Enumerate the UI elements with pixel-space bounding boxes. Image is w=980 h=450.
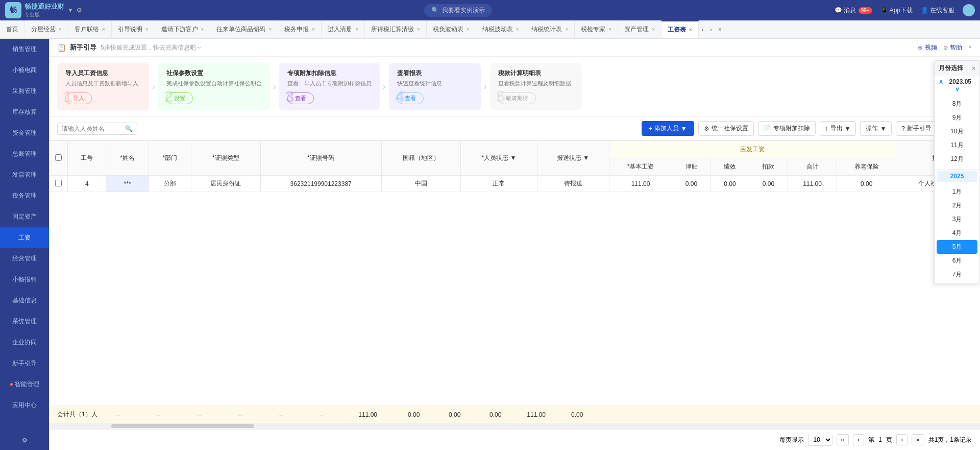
- month-panel-close[interactable]: ×: [972, 65, 975, 72]
- select-all-checkbox[interactable]: [55, 154, 62, 161]
- tab-进入清册[interactable]: 进入清册 ×: [322, 20, 365, 38]
- sidebar-item-总账管理[interactable]: 总账管理: [0, 144, 49, 164]
- tab-资产管理[interactable]: 资产管理 ×: [618, 20, 662, 38]
- sidebar-item-基础信息[interactable]: 基础信息: [0, 290, 49, 311]
- month-9[interactable]: 9月: [935, 111, 979, 125]
- prev-page-btn[interactable]: ‹: [853, 434, 864, 445]
- tab-工资表[interactable]: 工资表 ×: [662, 20, 699, 38]
- month-2025-6[interactable]: 6月: [935, 254, 979, 268]
- close-icon[interactable]: ×: [355, 27, 358, 32]
- sidebar-item-经营管理[interactable]: 经营管理: [0, 248, 49, 269]
- close-icon[interactable]: ×: [467, 27, 470, 32]
- guide-help-btn[interactable]: ⊙ 帮助: [943, 43, 962, 52]
- month-2025-3[interactable]: 3月: [935, 212, 979, 226]
- tab-所得税汇算清缴[interactable]: 所得税汇算清缴 ×: [365, 20, 427, 38]
- month-10[interactable]: 10月: [935, 125, 979, 138]
- dropdown-icon[interactable]: ▼: [67, 7, 74, 14]
- guide-video-btn[interactable]: ⊙ 视频: [918, 43, 937, 52]
- sidebar-item-企业协同[interactable]: 企业协同: [0, 332, 49, 353]
- close-icon[interactable]: ×: [102, 27, 105, 32]
- month-11[interactable]: 11月: [935, 138, 979, 152]
- row-report-status: 待报送: [537, 176, 609, 192]
- first-page-btn[interactable]: «: [837, 434, 849, 445]
- year-down-btn[interactable]: ∨: [955, 86, 960, 93]
- footer-dash-4: --: [220, 411, 261, 418]
- sidebar-item-发票管理[interactable]: 发票管理: [0, 164, 49, 185]
- sidebar-item-智能管理[interactable]: ● 智能管理: [0, 374, 49, 395]
- sidebar-item-小畅电商[interactable]: 小畅电商: [0, 60, 49, 81]
- sidebar-item-固定资产[interactable]: 固定资产: [0, 206, 49, 227]
- close-icon[interactable]: ×: [652, 27, 655, 32]
- add-staff-button[interactable]: + 添加人员 ▼: [642, 121, 694, 136]
- tab-home[interactable]: 首页: [0, 20, 25, 38]
- month-2025-4[interactable]: 4月: [935, 226, 979, 240]
- close-icon[interactable]: ×: [201, 27, 204, 32]
- operation-btn[interactable]: 操作 ▼: [860, 121, 892, 136]
- close-icon[interactable]: ×: [608, 27, 611, 32]
- close-icon[interactable]: ×: [516, 27, 519, 32]
- close-icon[interactable]: ×: [565, 27, 568, 32]
- sidebar-item-小畅报销[interactable]: 小畅报销: [0, 269, 49, 290]
- arrow-1: ›: [149, 81, 158, 92]
- avatar[interactable]: [963, 4, 975, 16]
- special-deduction-btn[interactable]: 📄 专项附加扣除: [758, 121, 816, 136]
- close-active-icon[interactable]: ×: [689, 27, 692, 33]
- tab-分层经营[interactable]: 分层经营 ×: [25, 20, 68, 38]
- row-select-checkbox[interactable]: [55, 180, 62, 186]
- tab-纳税统计表[interactable]: 纳税统计表 ×: [525, 20, 575, 38]
- close-icon[interactable]: ×: [59, 27, 62, 32]
- search-input-wrap[interactable]: 🔍: [57, 123, 137, 135]
- sidebar-item-税务管理[interactable]: 税务管理: [0, 185, 49, 206]
- year-up-btn[interactable]: ∧: [939, 78, 943, 85]
- tab-next-btn[interactable]: ›: [707, 26, 715, 33]
- sidebar-item-工资[interactable]: 工资: [0, 227, 49, 248]
- online-service-btn[interactable]: 👤 在线客服: [921, 6, 954, 15]
- guide-close-btn[interactable]: ×: [968, 43, 972, 52]
- export-btn[interactable]: ↑ 导出 ▼: [820, 121, 856, 136]
- tab-邀请下游客户[interactable]: 邀请下游客户 ×: [155, 20, 211, 38]
- close-icon[interactable]: ×: [145, 27, 149, 32]
- tab-引导说明[interactable]: 引导说明 ×: [112, 20, 155, 38]
- tab-税务申报[interactable]: 税务申报 ×: [278, 20, 322, 38]
- per-page-select[interactable]: 10 20 50: [808, 434, 832, 446]
- next-page-btn[interactable]: ›: [896, 434, 908, 445]
- close-icon[interactable]: ×: [268, 27, 272, 32]
- month-2025-7[interactable]: 7月: [935, 268, 979, 281]
- tab-纳税波动表[interactable]: 纳税波动表 ×: [476, 20, 526, 38]
- demo-search[interactable]: 🔍 我要看实例演示: [424, 4, 492, 17]
- month-2025-5[interactable]: 5月: [937, 240, 977, 254]
- sidebar-settings-btn[interactable]: ⚙: [0, 431, 49, 450]
- message-btn[interactable]: 💬 消息 99+: [835, 6, 872, 15]
- sidebar-item-新手引导[interactable]: 新手引导: [0, 353, 49, 374]
- tab-close-all-btn[interactable]: ×: [715, 26, 725, 33]
- close-icon[interactable]: ×: [312, 27, 315, 32]
- app-download-btn[interactable]: 📱 App下载: [880, 6, 913, 15]
- tab-prev-btn[interactable]: ‹: [699, 26, 707, 33]
- sidebar-item-销售管理[interactable]: 销售管理: [0, 39, 49, 60]
- search-icon[interactable]: 🔍: [125, 125, 133, 132]
- tab-客户联络[interactable]: 客户联络 ×: [68, 20, 112, 38]
- settings-icon[interactable]: ⚙: [77, 7, 82, 14]
- filter-icon2[interactable]: ▼: [583, 154, 589, 161]
- sidebar-item-应用中心[interactable]: 应用中心: [0, 395, 49, 416]
- month-12[interactable]: 12月: [935, 152, 979, 166]
- unified-settings-btn[interactable]: ⚙ 统一社保设置: [698, 121, 754, 136]
- search-input[interactable]: [62, 125, 123, 132]
- sidebar-item-资金管理[interactable]: 资金管理: [0, 123, 49, 144]
- close-icon[interactable]: ×: [417, 27, 420, 32]
- month-2025-2[interactable]: 2月: [935, 199, 979, 212]
- tab-往来单位商品编码[interactable]: 往来单位商品编码 ×: [210, 20, 278, 38]
- scrollbar-thumb[interactable]: [111, 424, 254, 428]
- guide-btn[interactable]: ? 新手引导: [896, 121, 937, 136]
- filter-icon[interactable]: ▼: [510, 154, 517, 161]
- sidebar-item-库存核算[interactable]: 库存核算: [0, 102, 49, 123]
- tab-税负波动表[interactable]: 税负波动表 ×: [427, 20, 476, 38]
- tab-税检专家[interactable]: 税检专家 ×: [575, 20, 618, 38]
- last-page-btn[interactable]: »: [912, 434, 924, 445]
- month-8[interactable]: 8月: [935, 97, 979, 111]
- th-wage-group: 应发工资: [609, 141, 896, 158]
- month-2025-1[interactable]: 1月: [935, 185, 979, 199]
- sidebar-item-采购管理[interactable]: 采购管理: [0, 81, 49, 102]
- sidebar-item-系统管理[interactable]: 系统管理: [0, 311, 49, 332]
- horizontal-scrollbar[interactable]: [49, 423, 980, 429]
